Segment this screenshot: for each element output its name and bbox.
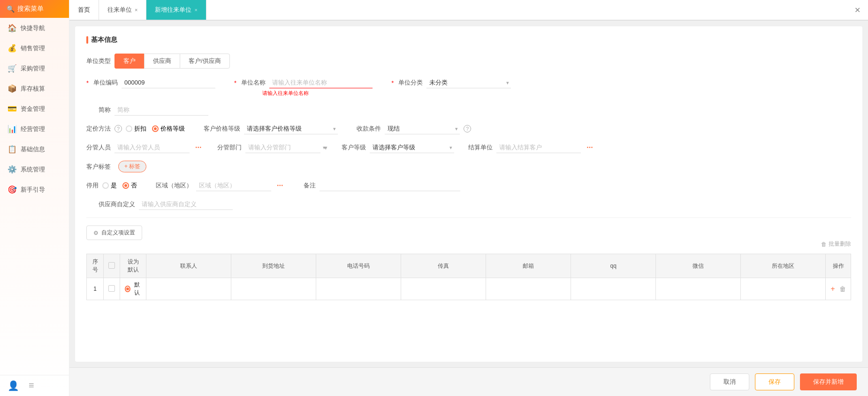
col-email: 邮箱 [486,254,571,278]
unit-type-supplier[interactable]: 供应商 [144,54,180,69]
supplier-custom-row: 供应商自定义 [86,199,851,210]
abbr-label: 简称 [99,106,111,114]
customer-price-level-select[interactable]: 请选择客户价格等级 [244,123,338,134]
supplier-custom-input[interactable] [139,199,233,210]
row-default-label: 默认 [132,281,141,297]
region-input[interactable] [196,180,271,191]
tab-partners-close[interactable]: × [135,7,137,13]
sidebar-item-inventory[interactable]: 📦 库存核算 [0,78,69,99]
unit-code-field: * 单位编码 [86,77,215,88]
tab-home[interactable]: 首页 [69,0,99,20]
region-more-btn[interactable]: ··· [275,181,285,190]
disabled-row: 停用 是 否 区域（地区） ··· 备注 [86,180,851,191]
customer-price-level-wrapper: 请选择客户价格等级 [244,123,338,134]
save-new-button[interactable]: 保存并新增 [800,373,857,390]
search-menu[interactable]: 🔍 搜索菜单 [0,0,69,18]
row-email[interactable] [486,278,571,300]
window-close-button[interactable]: ✕ [847,0,868,20]
unit-type-both[interactable]: 客户/供应商 [180,54,230,69]
row-address[interactable] [231,278,316,300]
payment-help-icon[interactable]: ? [464,125,471,132]
dept-label: 分管部门 [217,143,242,152]
tab-new-partner-close[interactable]: × [194,7,197,13]
settlement-unit-more-btn[interactable]: ··· [585,143,594,152]
row-contact[interactable] [146,278,231,300]
unit-category-required: * [391,79,394,86]
tab-new-partner[interactable]: 新增往来单位 × [146,0,206,20]
tab-partners[interactable]: 往来单位 × [99,0,146,20]
row-qq[interactable] [571,278,656,300]
unit-type-field: 单位类型 客户 供应商 客户/供应商 [86,54,230,69]
customer-level-select[interactable]: 请选择客户等级 [370,142,454,153]
pricing-discount-radio[interactable]: 折扣 [126,124,146,133]
unit-name-field: * 单位名称 请输入往来单位名称 [234,77,373,97]
unit-code-label: 单位编码 [93,78,118,87]
unit-code-required: * [86,79,89,86]
pricing-level-radio[interactable]: 价格等级 [152,124,185,133]
tab-partners-label: 往来单位 [107,6,132,14]
save-button[interactable]: 保存 [755,373,794,390]
sidebar-item-guide[interactable]: 🎯 新手引导 [0,179,69,200]
row-select-checkbox[interactable] [108,285,115,292]
settlement-unit-input[interactable] [496,142,581,153]
purchase-icon: 🛒 [8,64,17,73]
payment-terms-select[interactable]: 现结 [385,123,460,134]
unit-type-customer[interactable]: 客户 [114,54,144,69]
customer-price-level-label: 客户价格等级 [204,124,240,133]
disabled-label: 停用 [86,181,99,190]
sidebar-item-label: 经营管理 [21,125,45,133]
pricing-method-label: 定价方法 [86,124,111,133]
unit-category-select[interactable]: 未分类 [426,77,511,88]
unit-type-row: 单位类型 客户 供应商 客户/供应商 [86,54,851,69]
sidebar-expand-icon[interactable]: ≡ [29,380,34,391]
remark-input[interactable] [320,180,460,191]
sidebar-item-basic-info[interactable]: 📋 基础信息 [0,139,69,159]
row-fax[interactable] [401,278,486,300]
sidebar-item-operations[interactable]: 📊 经营管理 [0,119,69,139]
unit-name-input[interactable] [269,77,373,88]
disabled-no-circle [122,182,129,189]
sidebar-item-sales[interactable]: 💰 销售管理 [0,38,69,58]
row-wechat[interactable] [656,278,741,300]
row-no: 1 [87,278,104,300]
row-delete-btn[interactable]: 🗑 [839,285,846,293]
sidebar-item-quick-nav[interactable]: 🏠 快捷导航 [0,18,69,38]
col-contact: 联系人 [146,254,231,278]
row-location[interactable] [741,278,826,300]
row-add-btn[interactable]: + [830,285,835,293]
dept-input[interactable] [245,142,320,153]
col-wechat: 微信 [656,254,741,278]
remark-label: 备注 [304,181,316,190]
unit-category-label: 单位分类 [398,78,423,87]
row-default-radio[interactable]: 默认 [125,281,141,297]
code-name-row: * 单位编码 * 单位名称 请输入往来单位名称 * 单位分类 [86,77,851,97]
sidebar-item-system[interactable]: ⚙️ 系统管理 [0,159,69,179]
pricing-help-icon[interactable]: ? [114,125,122,132]
add-tag-button[interactable]: + 标签 [118,161,146,172]
custom-settings-button[interactable]: ⚙ 自定义项设置 [86,225,142,240]
sidebar-footer: 👤 ≡ [0,375,69,396]
disabled-radio-group: 是 否 [102,181,137,190]
pricing-level-label: 价格等级 [160,124,185,133]
unit-code-input[interactable] [122,77,215,88]
select-all-checkbox[interactable] [108,262,115,269]
pricing-level-circle [152,125,159,132]
abbr-field: 简称 [99,104,208,116]
disabled-yes-radio[interactable]: 是 [102,181,117,190]
manager-more-btn[interactable]: ··· [193,143,203,152]
manager-input[interactable] [114,142,190,153]
batch-delete[interactable]: 🗑 批量删除 [86,240,851,248]
sidebar-item-purchase[interactable]: 🛒 采购管理 [0,58,69,78]
cancel-button[interactable]: 取消 [710,373,749,390]
sidebar-item-label: 采购管理 [21,64,45,73]
row-phone[interactable] [316,278,401,300]
sidebar-item-finance[interactable]: 💳 资金管理 [0,99,69,119]
abbr-input[interactable] [114,104,208,116]
disabled-no-radio[interactable]: 否 [122,181,137,190]
pricing-discount-label: 折扣 [134,124,146,133]
sidebar-user-icon[interactable]: 👤 [8,380,19,391]
supplier-custom-field: 供应商自定义 [99,199,233,210]
guide-icon: 🎯 [8,185,17,194]
search-menu-label: 搜索菜单 [17,5,44,13]
disabled-field: 停用 是 否 [86,181,137,190]
